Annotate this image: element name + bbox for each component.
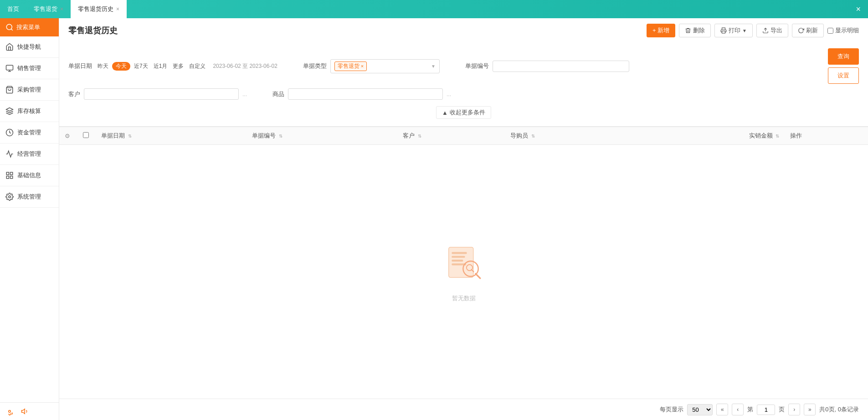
page-size-label: 每页显示 [660, 405, 683, 414]
col-guide-sort[interactable]: ⇅ [531, 133, 535, 138]
svg-point-11 [9, 196, 11, 198]
new-button[interactable]: + 新增 [647, 24, 675, 37]
page-title-row: 零售退货历史 + 新增 删除 打印 ▼ [68, 24, 859, 37]
sidebar-search[interactable]: 搜索菜单 [0, 18, 59, 36]
sidebar-item-basic-info[interactable]: 基础信息 [0, 165, 59, 186]
delete-icon [685, 27, 691, 34]
settings-button[interactable]: 设置 [828, 67, 859, 84]
next-page-icon: › [793, 406, 795, 413]
sidebar-item-basic-info-label: 基础信息 [17, 171, 41, 179]
tab-retail-return-label: 零售退货 [34, 5, 57, 13]
inventory-icon [5, 107, 14, 115]
speaker-icon[interactable] [21, 407, 29, 415]
date-btn-yesterday[interactable]: 昨天 [96, 62, 110, 71]
empty-state: 暂无数据 [59, 145, 868, 399]
customer-label: 客户 [68, 90, 80, 98]
first-page-button[interactable]: « [716, 404, 728, 415]
sidebar-item-inventory[interactable]: 库存核算 [0, 101, 59, 122]
date-btn-custom[interactable]: 自定义 [187, 62, 207, 71]
empty-state-icon [441, 241, 487, 287]
svg-rect-18 [452, 256, 465, 257]
data-table: ⚙ 单据日期 ⇅ 单据编号 ⇅ [59, 127, 868, 145]
date-btn-more[interactable]: 更多 [171, 62, 185, 71]
table-header-row: ⚙ 单据日期 ⇅ 单据编号 ⇅ [59, 127, 868, 145]
sidebar: 搜索菜单 快捷导航 销售管理 采购管理 库存核算 [0, 18, 59, 420]
svg-point-0 [6, 24, 12, 30]
doc-type-select[interactable]: 零售退货 × ▼ [330, 59, 440, 73]
filter-row-1: 单据日期 昨天 今天 近7天 近1月 更多 自定义 2023-06-02 至 2… [68, 48, 859, 84]
prev-page-icon: ‹ [737, 406, 739, 413]
delete-button[interactable]: 删除 [679, 24, 711, 37]
col-checkbox [77, 127, 96, 145]
home-icon [5, 43, 14, 51]
refresh-icon [798, 27, 804, 34]
date-btn-7days[interactable]: 近7天 [132, 62, 150, 71]
col-amount: 实销金额 ⇅ [634, 127, 785, 145]
col-date-sort[interactable]: ⇅ [128, 133, 132, 138]
col-amount-sort[interactable]: ⇅ [776, 133, 779, 138]
collapse-button[interactable]: ▲ 收起更多条件 [436, 106, 491, 119]
sales-icon [5, 64, 14, 72]
sidebar-item-operations[interactable]: 经营管理 [0, 143, 59, 165]
page-size-select[interactable]: 20 50 100 [687, 404, 713, 415]
doc-number-input[interactable] [493, 61, 629, 72]
tab-retail-return-history[interactable]: 零售退货历史 × [71, 0, 127, 18]
sidebar-item-quick-nav[interactable]: 快捷导航 [0, 36, 59, 58]
prev-page-button[interactable]: ‹ [732, 404, 744, 415]
refresh-button[interactable]: 刷新 [792, 24, 824, 37]
filter-row-2: 客户 ... 商品 ... [68, 88, 859, 100]
svg-rect-8 [10, 172, 13, 174]
refresh-button-label: 刷新 [806, 26, 818, 35]
date-btn-today[interactable]: 今天 [112, 62, 130, 71]
table-container: ⚙ 单据日期 ⇅ 单据编号 ⇅ [59, 127, 868, 399]
page-number-input[interactable] [757, 405, 775, 415]
basic-info-icon [5, 171, 14, 179]
content-area: 零售退货历史 + 新增 删除 打印 ▼ [59, 18, 868, 420]
col-customer-sort[interactable]: ⇅ [418, 133, 421, 138]
col-number-sort[interactable]: ⇅ [279, 133, 282, 138]
goods-input[interactable] [288, 88, 443, 100]
select-all-checkbox[interactable] [83, 132, 89, 138]
sidebar-item-sales[interactable]: 销售管理 [0, 58, 59, 79]
doc-type-tag: 零售退货 × [334, 61, 367, 71]
svg-rect-7 [6, 172, 9, 174]
sidebar-search-label: 搜索菜单 [16, 23, 40, 31]
last-page-button[interactable]: » [804, 404, 816, 415]
last-page-icon: » [808, 406, 812, 413]
next-page-button[interactable]: › [788, 404, 800, 415]
page-title: 零售退货历史 [68, 25, 118, 36]
tab-retail-return[interactable]: 零售退货 × [26, 0, 71, 18]
tab-retail-return-history-close[interactable]: × [116, 6, 119, 12]
table-settings-icon[interactable]: ⚙ [65, 133, 70, 139]
settings-bottom-icon[interactable] [5, 407, 14, 415]
export-button[interactable]: 导出 [756, 24, 788, 37]
print-button[interactable]: 打印 ▼ [714, 24, 753, 37]
query-buttons: 查询 设置 [828, 48, 859, 84]
query-button[interactable]: 查询 [828, 48, 859, 65]
date-range-text: 2023-06-02 至 2023-06-02 [213, 62, 277, 70]
sidebar-item-purchase[interactable]: 采购管理 [0, 79, 59, 101]
sidebar-item-system[interactable]: 系统管理 [0, 186, 59, 208]
svg-rect-9 [10, 176, 13, 179]
system-icon [5, 193, 14, 201]
sidebar-item-finance[interactable]: 资金管理 [0, 122, 59, 143]
tab-home[interactable]: 首页 [0, 0, 26, 18]
customer-input[interactable] [84, 88, 239, 100]
settings-button-label: 设置 [837, 72, 849, 80]
date-filter-label: 单据日期 [68, 62, 92, 70]
window-close-button[interactable]: × [848, 5, 868, 14]
svg-rect-10 [6, 176, 9, 179]
sidebar-item-system-label: 系统管理 [17, 193, 41, 201]
doc-type-filter: 单据类型 零售退货 × ▼ [303, 59, 440, 73]
tab-retail-return-close[interactable]: × [60, 6, 63, 12]
goods-label: 商品 [272, 90, 284, 98]
doc-type-dropdown-icon: ▼ [431, 64, 436, 69]
date-btn-1month[interactable]: 近1月 [152, 62, 169, 71]
show-detail-checkbox[interactable]: 显示明细 [827, 26, 859, 35]
page-header: 零售退货历史 + 新增 删除 打印 ▼ [59, 18, 868, 127]
col-action: 操作 [785, 127, 868, 145]
show-detail-input[interactable] [827, 28, 833, 34]
empty-state-text: 暂无数据 [452, 294, 476, 302]
doc-type-tag-close[interactable]: × [361, 63, 364, 69]
filter-area: 单据日期 昨天 今天 近7天 近1月 更多 自定义 2023-06-02 至 2… [68, 43, 859, 126]
